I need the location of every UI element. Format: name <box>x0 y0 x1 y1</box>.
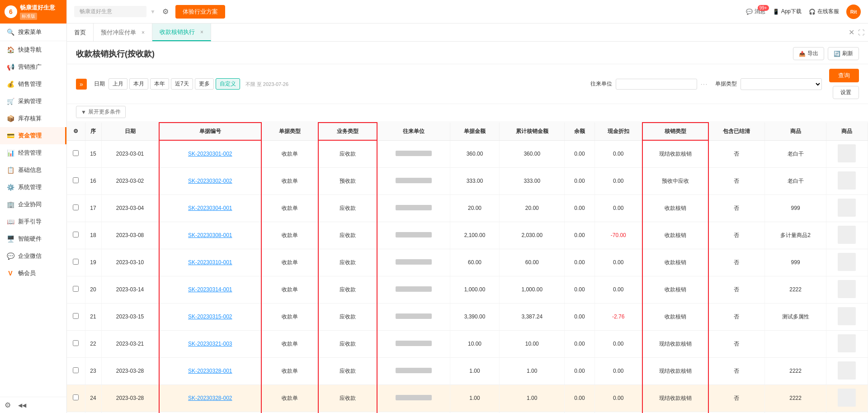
user-avatar[interactable]: Rit <box>846 5 861 19</box>
messages-button[interactable]: 💬 消息 99+ <box>746 8 765 15</box>
row-checkbox[interactable] <box>67 195 85 222</box>
doc-no-link[interactable]: SK-20230328-002 <box>188 395 232 401</box>
row-checkbox[interactable] <box>67 330 85 357</box>
query-button[interactable]: 查询 <box>829 69 859 82</box>
partner-input[interactable] <box>616 79 697 90</box>
th-include-settled: 包含已结清 <box>708 123 765 140</box>
doc-no-link[interactable]: SK-20230315-002 <box>188 313 232 320</box>
sidebar-item-enterprise[interactable]: 🏢 企业协同 <box>0 196 66 213</box>
sidebar-item-basic[interactable]: 📋 基础信息 <box>0 161 66 179</box>
sidebar-item-inventory[interactable]: 📦 库存核算 <box>0 110 66 127</box>
row-checkbox[interactable] <box>67 357 85 385</box>
date-btn-this-month[interactable]: 本月 <box>129 78 148 90</box>
row-biz-type: 应收款 <box>318 195 377 222</box>
doc-no-link[interactable]: SK-20230301-002 <box>188 151 232 157</box>
sidebar-item-marketing[interactable]: 📢 营销推广 <box>0 58 66 76</box>
voucher-type-select[interactable] <box>741 78 822 90</box>
row-date: 2023-03-10 <box>101 249 159 276</box>
row-checkbox[interactable] <box>67 140 85 167</box>
tab-home-label: 首页 <box>74 28 86 37</box>
row-seq: 16 <box>85 167 101 195</box>
row-checkbox[interactable] <box>67 167 85 195</box>
sidebar-item-hardware[interactable]: 🖥️ 智能硬件 <box>0 230 66 247</box>
purchase-icon: 🛒 <box>6 97 14 105</box>
sidebar-item-member[interactable]: V 畅会员 <box>0 265 66 282</box>
close-tab-icon[interactable]: ✕ <box>849 28 854 37</box>
tab-home[interactable]: 首页 <box>67 24 94 41</box>
date-btn-7days[interactable]: 近7天 <box>171 78 193 90</box>
column-settings-icon[interactable]: ⚙ <box>73 128 78 134</box>
tab-collection-close[interactable]: × <box>200 29 203 35</box>
sidebar-settings-icon[interactable]: ⚙ <box>5 401 11 409</box>
table-row: 22 2023-03-21 SK-20230321-003 收款单 应收款 10… <box>67 330 868 357</box>
sidebar-item-label: 新手引导 <box>18 218 42 226</box>
date-btn-last-month[interactable]: 上月 <box>108 78 127 90</box>
row-checkbox[interactable] <box>67 276 85 303</box>
sidebar-item-finance[interactable]: 💳 资金管理 <box>0 127 66 144</box>
date-btn-more[interactable]: 更多 <box>195 78 214 90</box>
row-cash-discount: 0.00 <box>594 330 642 357</box>
sidebar-item-label: 采购管理 <box>18 97 42 105</box>
filter-expand-button[interactable]: » <box>76 79 87 90</box>
row-balance: 0.00 <box>565 140 594 167</box>
row-seq: 22 <box>85 330 101 357</box>
sidebar-item-purchase[interactable]: 🛒 采购管理 <box>0 93 66 110</box>
gear-button[interactable]: ⚙ <box>159 5 172 18</box>
doc-no-link[interactable]: SK-20230308-001 <box>188 232 232 238</box>
doc-no-link[interactable]: SK-20230304-001 <box>188 205 232 211</box>
sidebar-item-label: 经营管理 <box>18 149 42 157</box>
sidebar-collapse-icon[interactable]: ◀◀ <box>18 402 26 408</box>
row-checkbox[interactable] <box>67 249 85 276</box>
row-balance: 0.00 <box>565 303 594 330</box>
row-checkbox[interactable] <box>67 222 85 249</box>
tab-collection[interactable]: 收款核销执行 × <box>152 24 211 41</box>
settings-button[interactable]: 设置 <box>833 86 859 99</box>
row-date: 2023-03-28 <box>101 357 159 385</box>
doc-no-link[interactable]: SK-20230302-002 <box>188 178 232 184</box>
row-biz-type: 应收款 <box>318 385 377 412</box>
date-btn-this-year[interactable]: 本年 <box>150 78 169 90</box>
th-date: 日期 <box>101 123 159 140</box>
row-verify-type: 收款核销 <box>642 276 708 303</box>
th-cash-discount: 现金折扣 <box>594 123 642 140</box>
row-doc-type: 收款单 <box>261 167 318 195</box>
sidebar-item-guide[interactable]: 📖 新手引导 <box>0 213 66 230</box>
doc-no-link[interactable]: SK-20230310-001 <box>188 259 232 266</box>
sales-icon: 💰 <box>6 80 14 88</box>
sidebar-item-wechat[interactable]: 💬 企业微信 <box>0 247 66 265</box>
th-doc-type: 单据类型 <box>261 123 318 140</box>
row-biz-type: 应收款 <box>318 222 377 249</box>
export-button[interactable]: 📤 导出 <box>793 47 824 60</box>
doc-no-link[interactable]: SK-20230321-003 <box>188 341 232 347</box>
row-checkbox[interactable] <box>67 303 85 330</box>
row-acc-amount: 20.00 <box>500 195 565 222</box>
sidebar-item-operations[interactable]: 📊 经营管理 <box>0 144 66 161</box>
doc-no-link[interactable]: SK-20230328-001 <box>188 368 232 374</box>
maximize-icon[interactable]: ⛶ <box>858 29 864 36</box>
solution-button[interactable]: 体验行业方案 <box>175 5 225 19</box>
app-download-button[interactable]: 📱 App下载 <box>773 8 802 15</box>
row-doc-no: SK-20230321-003 <box>159 330 261 357</box>
filter-bar: » 日期 上月 本月 本年 近7天 更多 自定义 不限 至 2023-07-26… <box>67 64 868 104</box>
row-doc-no: SK-20230301-002 <box>159 140 261 167</box>
refresh-button[interactable]: 🔄 刷新 <box>828 47 859 60</box>
operations-icon: 📊 <box>6 149 14 157</box>
sidebar-item-quick-nav[interactable]: 🏠 快捷导航 <box>0 41 66 58</box>
sidebar-item-system[interactable]: ⚙️ 系统管理 <box>0 179 66 196</box>
doc-no-link[interactable]: SK-20230314-001 <box>188 286 232 293</box>
row-checkbox[interactable] <box>67 385 85 412</box>
row-doc-no: SK-20230315-002 <box>159 303 261 330</box>
row-verify-type: 现结收款核销 <box>642 357 708 385</box>
row-date: 2023-03-21 <box>101 330 159 357</box>
expand-more-button[interactable]: ▼ 展开更多条件 <box>76 106 126 118</box>
tab-payable-close[interactable]: × <box>142 29 145 36</box>
online-service-button[interactable]: 🎧 在线客服 <box>809 8 839 15</box>
date-btn-custom[interactable]: 自定义 <box>216 78 240 90</box>
tab-payable[interactable]: 预付冲应付单 × <box>94 24 152 41</box>
row-verify-type: 收款核销 <box>642 195 708 222</box>
sidebar-item-sales[interactable]: 💰 销售管理 <box>0 76 66 93</box>
app-icon: 📱 <box>773 9 779 15</box>
sidebar-item-search[interactable]: 🔍 搜索菜单 <box>0 24 66 41</box>
th-product2: 商品 <box>826 123 868 140</box>
th-gear[interactable]: ⚙ <box>67 123 85 140</box>
